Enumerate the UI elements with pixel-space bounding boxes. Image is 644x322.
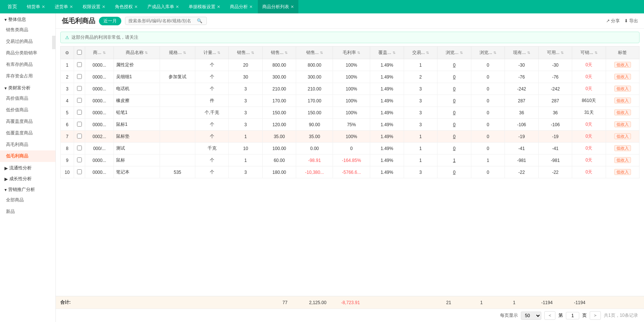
sidebar-item-low-value[interactable]: 低价值商品 — [0, 104, 55, 116]
sort-current-stock-icon: ⇅ — [527, 51, 530, 55]
sidebar-item-in-stock[interactable]: 有库存的商品 — [0, 59, 55, 70]
tag-badge: 低收入 — [614, 98, 631, 103]
col-sales-profit[interactable]: 销售... ⇅ — [296, 47, 333, 59]
col-available[interactable]: 可用... ⇅ — [538, 47, 572, 59]
sidebar-item-new-goods[interactable]: 新品 — [0, 206, 55, 217]
col-name[interactable]: 商品名称 ⇅ — [114, 47, 160, 59]
col-sales-qty[interactable]: 销售... ⇅ — [229, 47, 263, 59]
row-view1[interactable]: 0 — [438, 107, 471, 119]
row-checkbox[interactable] — [74, 143, 85, 154]
nav-templates[interactable]: 单据模板设置 ✕ — [184, 0, 225, 13]
row-name: 鼠标垫 — [114, 131, 160, 143]
sidebar-group-circulation[interactable]: ▶ 流通性分析 — [0, 162, 55, 173]
row-select-checkbox[interactable] — [77, 122, 82, 127]
row-select-checkbox[interactable] — [77, 98, 82, 103]
col-transaction[interactable]: 交易... ⇅ — [404, 47, 438, 59]
row-view1[interactable]: 0 — [438, 71, 471, 83]
col-tag[interactable]: 标签 — [606, 47, 639, 59]
row-view1[interactable]: 0 — [438, 119, 471, 131]
row-select-checkbox[interactable] — [77, 74, 82, 79]
nav-analysis-list[interactable]: 商品分析列表 ✕ — [258, 0, 298, 13]
row-view1[interactable]: 0 — [438, 166, 471, 178]
nav-close-inventory[interactable]: ✕ — [176, 4, 179, 9]
nav-inventory[interactable]: 产成品入库单 ✕ — [143, 0, 183, 13]
sidebar-group-growth[interactable]: ▶ 成长性分析 — [0, 173, 55, 184]
nav-roles[interactable]: 角色授权 ✕ — [110, 0, 142, 13]
sidebar-item-high-profit[interactable]: 高毛利商品 — [0, 139, 55, 150]
nav-home[interactable]: 首页 — [3, 0, 22, 13]
row-view1[interactable]: 1 — [438, 154, 471, 166]
next-page-button[interactable]: ＞ — [590, 311, 601, 320]
share-button[interactable]: ↗ 分享 — [606, 18, 620, 24]
row-select-checkbox[interactable] — [77, 134, 82, 138]
nav-purchase[interactable]: 进货单 ✕ — [50, 0, 77, 13]
col-gross-rate[interactable]: 毛利率 ⇅ — [333, 47, 370, 59]
col-view2[interactable]: 浏览... ⇅ — [471, 47, 505, 59]
row-view1[interactable]: 0 — [438, 143, 471, 154]
sidebar-item-low-profit[interactable]: 低毛利商品 — [0, 150, 55, 162]
nav-permissions[interactable]: 权限设置 ✕ — [78, 0, 110, 13]
sidebar-group-wealth[interactable]: ▾ 类财富分析 — [0, 82, 55, 93]
row-view1[interactable]: 0 — [438, 83, 471, 95]
col-code[interactable]: 商... ⇅ — [85, 47, 114, 59]
sidebar-group-overall[interactable]: ▾ 整体信息 — [0, 13, 55, 24]
nav-close-analysis[interactable]: ✕ — [249, 4, 253, 9]
col-spec[interactable]: 规格... ⇅ — [160, 47, 195, 59]
row-select-checkbox[interactable] — [77, 62, 82, 67]
col-checkbox[interactable] — [74, 47, 85, 59]
col-sales-price[interactable]: 销售... ⇅ — [262, 47, 296, 59]
settings-icon[interactable]: ⚙ — [65, 50, 69, 55]
sidebar-item-high-coverage[interactable]: 高覆盖度商品 — [0, 116, 55, 127]
row-select-checkbox[interactable] — [77, 86, 82, 91]
sidebar-item-sales-goods[interactable]: 销售类商品 — [0, 24, 55, 36]
row-checkbox[interactable] — [74, 154, 85, 166]
row-checkbox[interactable] — [74, 83, 85, 95]
nav-analysis[interactable]: 商品分析 ✕ — [225, 0, 257, 13]
sidebar-group-marketing[interactable]: ▾ 营销推广分析 — [0, 184, 55, 194]
row-checkbox[interactable] — [74, 131, 85, 143]
date-filter-button[interactable]: 近一月 — [99, 17, 121, 25]
page-number-input[interactable] — [566, 312, 579, 319]
nav-close-roles[interactable]: ✕ — [134, 4, 138, 9]
sidebar-item-low-coverage[interactable]: 低覆盖度商品 — [0, 127, 55, 139]
col-current-stock[interactable]: 现有... ⇅ — [505, 47, 539, 59]
row-checkbox[interactable] — [74, 166, 85, 178]
prev-page-button[interactable]: ＜ — [544, 311, 555, 320]
tag-badge: 低收入 — [614, 86, 631, 92]
row-view1[interactable]: 0 — [438, 131, 471, 143]
col-sellable[interactable]: 可销... ⇅ — [572, 47, 606, 59]
row-select-checkbox[interactable] — [77, 146, 82, 150]
row-no: 1 — [61, 59, 74, 71]
nav-close-sales[interactable]: ✕ — [42, 4, 45, 9]
nav-sales[interactable]: 销货单 ✕ — [22, 0, 49, 13]
row-select-checkbox[interactable] — [77, 157, 82, 162]
col-coverage[interactable]: 覆盖... ⇅ — [370, 47, 404, 59]
nav-close-templates[interactable]: ✕ — [217, 4, 220, 9]
select-all-checkbox[interactable] — [77, 50, 82, 55]
search-icon[interactable]: 🔍 — [197, 18, 202, 23]
col-unit[interactable]: 计量... ⇅ — [195, 47, 229, 59]
row-checkbox[interactable] — [74, 119, 85, 131]
nav-close-purchase[interactable]: ✕ — [70, 4, 73, 9]
nav-close-permissions[interactable]: ✕ — [102, 4, 105, 9]
row-select-checkbox[interactable] — [77, 110, 82, 115]
sidebar-item-traded-goods[interactable]: 交易过的商品 — [0, 36, 55, 47]
row-checkbox[interactable] — [74, 95, 85, 107]
row-checkbox[interactable] — [74, 71, 85, 83]
row-view1[interactable]: 0 — [438, 95, 471, 107]
row-checkbox[interactable] — [74, 107, 85, 119]
sidebar-item-all-goods[interactable]: 全部商品 — [0, 194, 55, 206]
row-view1[interactable]: 0 — [438, 59, 471, 71]
sidebar-item-capital[interactable]: 库存资金占用 — [0, 70, 55, 82]
col-settings[interactable]: ⚙ — [61, 47, 74, 59]
export-button[interactable]: ⬇ 导出 — [624, 18, 638, 24]
search-input[interactable] — [128, 18, 195, 23]
row-checkbox[interactable] — [74, 59, 85, 71]
row-select-checkbox[interactable] — [77, 169, 82, 174]
nav-close-analysis-list[interactable]: ✕ — [291, 4, 294, 9]
page-size-select[interactable]: 50 100 200 — [521, 312, 541, 320]
sidebar-item-high-value[interactable]: 高价值商品 — [0, 93, 55, 104]
sidebar-item-category-rate[interactable]: 商品分类助销率 — [0, 47, 55, 59]
col-view1[interactable]: 浏览... ⇅ — [438, 47, 471, 59]
sidebar-collapse-btn[interactable]: 《 — [52, 36, 56, 49]
